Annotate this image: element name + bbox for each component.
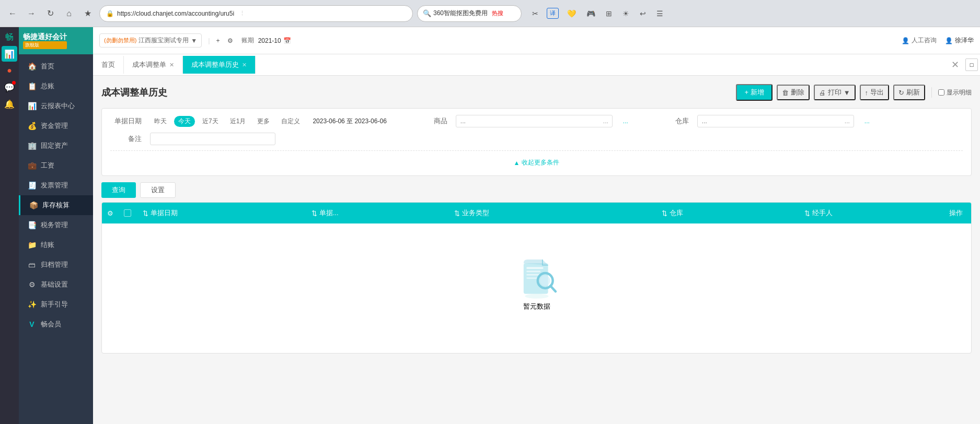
goods-select-wrap <box>456 115 613 127</box>
th-biz-type[interactable]: ⇅ 业务类型 <box>448 204 655 222</box>
tab-cost-adjust[interactable]: 成本调整单 ✕ <box>124 56 183 74</box>
svg-rect-3 <box>526 271 540 273</box>
sidebar-item-invoice[interactable]: 🧾 发票管理 <box>19 175 93 195</box>
date-opt-7days[interactable]: 近7天 <box>198 116 223 127</box>
sort-icon-docnum: ⇅ <box>312 209 317 217</box>
warehouse-input[interactable] <box>697 115 854 127</box>
sidebar-item-tax[interactable]: 📑 税务管理 <box>19 215 93 235</box>
address-bar[interactable]: 🔒 https://cloud.chanjet.com/accounting/u… <box>99 5 413 22</box>
warehouse-more-btn[interactable]: ... <box>864 117 870 125</box>
empty-text: 暂元数据 <box>523 302 550 311</box>
sidebar-item-guide[interactable]: ✨ 新手引导 <box>19 295 93 314</box>
tab-home[interactable]: 首页 <box>93 56 124 74</box>
goods-more-btn[interactable]: ... <box>623 117 628 125</box>
settings-icon: ⚙ <box>27 280 37 289</box>
tab-cost-adjust-history[interactable]: 成本调整单历史 ✕ <box>183 56 256 74</box>
sidebar-item-home[interactable]: 🏠 首页 <box>19 56 93 76</box>
settings-config-btn[interactable]: 设置 <box>140 182 176 198</box>
th-doc-num[interactable]: ⇅ 单据... <box>305 204 448 222</box>
th-handler[interactable]: ⇅ 经手人 <box>798 204 941 222</box>
th-checkbox[interactable] <box>119 205 136 221</box>
settings-gear-btn[interactable]: ⚙ <box>227 37 233 44</box>
window-restore-btn[interactable]: □ <box>965 58 978 71</box>
tab-cost-adjust-close[interactable]: ✕ <box>169 62 174 68</box>
new-btn[interactable]: + 新增 <box>736 84 772 101</box>
print-icon: 🖨 <box>819 89 826 97</box>
tab-home-label: 首页 <box>101 60 115 69</box>
sidebar-item-finance[interactable]: 💰 资金管理 <box>19 116 93 136</box>
scissors-btn[interactable]: ✂ <box>530 7 540 20</box>
sidebar-item-ledger[interactable]: 📋 总账 <box>19 76 93 96</box>
th-warehouse[interactable]: ⇅ 仓库 <box>655 204 798 222</box>
sidebar-item-member[interactable]: V 畅会员 <box>19 314 93 334</box>
search-bar[interactable]: 🔍 360智能抠图免费用 热搜 <box>417 5 522 22</box>
date-opt-1month[interactable]: 近1月 <box>226 116 250 127</box>
bookmark-button[interactable]: ★ <box>80 6 95 21</box>
menu-btn[interactable]: ☰ <box>654 7 665 20</box>
refresh-label: 刷新 <box>906 88 920 97</box>
add-company-btn[interactable]: + <box>216 37 220 44</box>
calendar-icon[interactable]: 📅 <box>283 37 291 44</box>
tab-history-close[interactable]: ✕ <box>242 62 247 68</box>
sidebar-item-closing[interactable]: 📁 结账 <box>19 235 93 255</box>
sidebar-label-guide: 新手引导 <box>41 300 68 309</box>
app-logo: 畅捷通好会计 <box>23 32 67 41</box>
sidebar-label-closing: 结账 <box>41 240 54 250</box>
sidebar-item-salary[interactable]: 💼 工资 <box>19 156 93 175</box>
window-maximize-close[interactable]: ✕ <box>944 54 965 75</box>
refresh-btn[interactable]: ↻ 刷新 <box>893 85 925 100</box>
grid-btn[interactable]: ⊞ <box>604 7 614 20</box>
sidebar-label-inventory: 库存核算 <box>42 201 70 210</box>
theme-btn[interactable]: ☀ <box>620 7 631 20</box>
user-profile-btn[interactable]: 👤 徐泽华 <box>945 36 974 45</box>
th-ops-label: 操作 <box>949 208 963 218</box>
delete-icon: 🗑 <box>782 89 789 97</box>
note-filter-row: 备注 <box>110 133 963 145</box>
support-btn[interactable]: 👤 人工咨询 <box>902 36 937 45</box>
date-opt-today[interactable]: 今天 <box>174 116 195 127</box>
strip-icon-5[interactable]: 🔔 <box>2 96 17 112</box>
strip-icon-4[interactable]: 💬 <box>2 79 17 95</box>
th-date[interactable]: ⇅ 单据日期 <box>136 204 305 222</box>
game-btn[interactable]: 🎮 <box>584 7 597 20</box>
print-btn[interactable]: 🖨 打印 ▼ <box>814 85 856 100</box>
warehouse-filter-label: 仓库 <box>658 116 689 126</box>
guide-icon: ✨ <box>27 300 37 309</box>
sidebar-item-archive[interactable]: 🗃 归档管理 <box>19 255 93 275</box>
select-all-checkbox[interactable] <box>124 209 131 217</box>
back-button[interactable]: ← <box>5 6 20 21</box>
reload-button[interactable]: ↻ <box>43 6 57 21</box>
export-label: 导出 <box>870 88 884 97</box>
note-input[interactable] <box>150 133 275 145</box>
sidebar-item-settings[interactable]: ⚙ 基础设置 <box>19 275 93 295</box>
forward-button[interactable]: → <box>24 6 39 21</box>
tab-cost-adjust-history-label: 成本调整单历史 <box>191 60 239 69</box>
sidebar-item-reports[interactable]: 📊 云报表中心 <box>19 96 93 116</box>
translate-btn[interactable]: 译 <box>547 8 559 19</box>
goods-input[interactable] <box>456 115 613 127</box>
reports-icon: 📊 <box>27 102 37 110</box>
company-selector[interactable]: (勿删勿禁用) 江西服宝测试专用 ▼ <box>99 33 202 48</box>
th-gear[interactable]: ⚙ <box>102 205 119 221</box>
display-toggle-checkbox[interactable] <box>938 89 944 96</box>
sidebar-item-fixed-assets[interactable]: 🏢 固定资产 <box>19 136 93 156</box>
strip-icon-3[interactable]: ● <box>2 63 17 78</box>
date-opt-more[interactable]: 更多 <box>253 116 274 127</box>
undo-btn[interactable]: ↩ <box>638 7 648 20</box>
delete-btn[interactable]: 🗑 删除 <box>777 85 810 100</box>
strip-icon-2[interactable]: 📊 <box>2 46 17 62</box>
th-date-label: 单据日期 <box>151 208 178 218</box>
collapse-btn[interactable]: ▲ 收起更多条件 <box>514 158 560 167</box>
sidebar-item-inventory[interactable]: 📦 库存核算 <box>19 195 93 215</box>
home-button[interactable]: ⌂ <box>62 6 76 21</box>
wallet-btn[interactable]: 💛 <box>565 7 578 20</box>
date-opt-custom[interactable]: 自定义 <box>277 116 304 127</box>
date-opt-yesterday[interactable]: 昨天 <box>150 116 171 127</box>
svg-point-7 <box>540 276 550 286</box>
home-icon: 🏠 <box>27 62 37 70</box>
export-btn[interactable]: ↑ 导出 <box>860 85 890 100</box>
query-btn[interactable]: 查询 <box>101 182 136 198</box>
sidebar: 畅捷通好会计 旗舰版 🏠 首页 📋 总账 📊 云报表中心 💰 资金管理 <box>19 27 93 424</box>
strip-icon-1[interactable]: 畅 <box>2 29 17 45</box>
display-toggle[interactable]: 显示明细 <box>938 88 972 97</box>
